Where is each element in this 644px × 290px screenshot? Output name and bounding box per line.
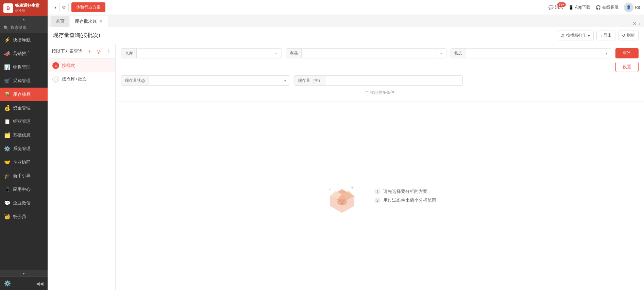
stock-qty-separator: — xyxy=(389,78,399,83)
query-btn[interactable]: 查询 xyxy=(615,48,639,58)
sidebar-item-marketing[interactable]: 📣 营销推广 xyxy=(0,47,48,60)
stock-status-dropdown-icon[interactable]: ▼ xyxy=(281,79,290,83)
sidebar-item-label: 营销推广 xyxy=(13,51,31,57)
svg-text:✦: ✦ xyxy=(328,188,331,192)
search-icon: 🔍 xyxy=(3,25,9,30)
empty-text-group: 1 请先选择要分析的方案 2 用过滤条件来缩小分析范围 xyxy=(374,188,436,203)
guide-icon: 🎓 xyxy=(4,173,10,179)
svg-text:✦: ✦ xyxy=(351,185,354,190)
empty-illustration: ✦ ✦ ✦ xyxy=(323,179,361,213)
status-dropdown-icon[interactable]: ▼ xyxy=(602,52,611,55)
tab-batch-account[interactable]: 库存批次账 ✕ xyxy=(70,16,108,27)
collapse-filters-btn[interactable]: ⌃ 收起更多条件 xyxy=(121,88,639,97)
sidebar-item-guide[interactable]: 🎓 新手引导 xyxy=(0,169,48,183)
user-area[interactable]: 👤 Rit xyxy=(624,3,640,12)
app-edition: 标准版 xyxy=(15,8,39,13)
messages-btn[interactable]: 💬 消息 99+ xyxy=(548,4,563,10)
app-download-label: App下载 xyxy=(575,4,590,10)
finance-icon: 💰 xyxy=(4,105,10,111)
panel-close-btn[interactable]: ✕ xyxy=(632,20,637,27)
gear-icon: ⚙ xyxy=(62,5,66,10)
inventory-icon: 📦 xyxy=(4,91,10,97)
sidebar-scroll-up[interactable]: ▲ xyxy=(0,16,48,22)
sidebar-item-label: 企业协同 xyxy=(13,159,31,165)
warehouse-filter-input[interactable] xyxy=(137,51,272,56)
sidebar-search[interactable]: 🔍 搜索菜单 xyxy=(0,22,48,33)
tab-home[interactable]: 首页 xyxy=(51,16,69,27)
headset-icon: 🎧 xyxy=(596,5,601,10)
stock-status-filter-input[interactable] xyxy=(149,78,281,83)
status-filter-input[interactable] xyxy=(466,51,602,56)
add-scheme-btn[interactable]: + xyxy=(86,48,94,55)
search-label: 搜索菜单 xyxy=(11,25,27,31)
svg-point-4 xyxy=(337,199,347,205)
topbar-gear-btn[interactable]: ⚙ xyxy=(59,3,69,12)
app-logo: B xyxy=(3,3,13,13)
main-area: ▾ ⚙ 体验行业方案 💬 消息 99+ 📱 App下载 🎧 在线客服 xyxy=(48,0,644,290)
setting-btn[interactable]: 设置 xyxy=(615,62,639,72)
settings-scheme-btn[interactable]: ◎ xyxy=(95,48,102,55)
stock-qty-to-input[interactable] xyxy=(399,78,462,83)
panel-chevron-btn[interactable]: › xyxy=(639,21,641,27)
sidebar-item-sales[interactable]: 📊 销售管理 xyxy=(0,60,48,74)
export-btn[interactable]: ↑ 导出 xyxy=(596,31,615,40)
sidebar-item-inventory[interactable]: 📦 库存核算 xyxy=(0,88,48,101)
sidebar-item-purchase[interactable]: 🛒 采购管理 xyxy=(0,74,48,88)
warehouse-more-btn[interactable]: ··· xyxy=(272,49,282,58)
topbar: ▾ ⚙ 体验行业方案 💬 消息 99+ 📱 App下载 🎧 在线客服 xyxy=(48,0,644,15)
scheme-inactive-icon: ◯ xyxy=(52,76,59,83)
print-label: 按模板打印 xyxy=(566,33,587,38)
sidebar-item-business[interactable]: 📋 经营管理 xyxy=(0,115,48,128)
settings-icon[interactable]: ⚙️ xyxy=(4,280,11,287)
product-more-btn[interactable]: ··· xyxy=(437,49,446,58)
message-icon: 💬 xyxy=(548,5,554,10)
scheme-by-warehouse-batch-label: 按仓库+批次 xyxy=(62,76,87,82)
export-label: 导出 xyxy=(604,33,612,38)
collapse-filters-label: 收起更多条件 xyxy=(370,90,394,95)
member-icon: 👑 xyxy=(4,214,10,220)
hint-num-1: 1 xyxy=(374,188,380,195)
trial-industry-btn[interactable]: 体验行业方案 xyxy=(71,2,105,12)
warehouse-batch-icon: ◯ xyxy=(54,77,58,81)
sidebar-item-basics[interactable]: 🗂️ 基础信息 xyxy=(0,128,48,142)
business-icon: 📋 xyxy=(4,119,10,125)
sidebar-item-member[interactable]: 👑 畅会员 xyxy=(0,210,48,223)
product-filter-input[interactable] xyxy=(302,51,437,56)
topbar-dropdown-btn[interactable]: ▾ xyxy=(54,5,56,10)
user-avatar: 👤 xyxy=(624,3,633,12)
scheme-by-warehouse-batch[interactable]: ◯ 按仓库+批次 xyxy=(48,72,115,86)
scheme-active-icon: ≡ xyxy=(52,62,59,69)
collapse-sidebar-btn[interactable]: ◀◀ xyxy=(36,281,44,286)
left-panel-title: 按以下方案查询 xyxy=(52,48,83,54)
content-body: 按以下方案查询 + ◎ 《 ≡ 按批次 ◯ 按仓库+批次 xyxy=(48,44,644,290)
sidebar-item-label: 采购管理 xyxy=(13,78,31,84)
scheme-by-batch[interactable]: ≡ 按批次 xyxy=(48,59,115,72)
sidebar-item-system[interactable]: ⚙️ 系统管理 xyxy=(0,142,48,156)
sidebar-item-quick-nav[interactable]: ⚡ 快捷导航 xyxy=(0,33,48,47)
sidebar-item-label: 库存核算 xyxy=(13,91,31,97)
sidebar-item-app-center[interactable]: 📱 应用中心 xyxy=(0,183,48,196)
sidebar-item-collab[interactable]: 🤝 企业协同 xyxy=(0,156,48,169)
collapse-panel-btn[interactable]: 《 xyxy=(104,48,111,55)
left-panel-header: 按以下方案查询 + ◎ 《 xyxy=(48,44,115,59)
refresh-btn[interactable]: ↺ 刷新 xyxy=(618,31,639,40)
svg-point-6 xyxy=(343,200,344,202)
sales-icon: 📊 xyxy=(4,64,10,70)
sidebar-scroll-down[interactable]: ▼ xyxy=(0,270,48,276)
stock-qty-from-input[interactable] xyxy=(326,78,389,83)
online-service-btn[interactable]: 🎧 在线客服 xyxy=(596,4,618,10)
tab-close-btn[interactable]: ✕ xyxy=(99,19,103,24)
app-title-group: 畅康通好生意 标准版 xyxy=(15,3,39,13)
batch-icon: ≡ xyxy=(55,64,57,68)
sidebar-item-label: 新手引导 xyxy=(13,173,31,179)
sidebar-item-finance[interactable]: 💰 资金管理 xyxy=(0,101,48,115)
print-icon: 🖨 xyxy=(561,33,565,38)
sidebar-item-wechat[interactable]: 💬 企业微信 xyxy=(0,196,48,210)
marketing-icon: 📣 xyxy=(4,51,10,57)
message-badge: 99+ xyxy=(557,2,566,7)
basics-icon: 🗂️ xyxy=(4,132,10,138)
print-template-btn[interactable]: 🖨 按模板打印 ▾ xyxy=(557,31,594,40)
app-download-btn[interactable]: 📱 App下载 xyxy=(569,4,590,10)
hint-num-2: 2 xyxy=(374,197,380,203)
phone-icon: 📱 xyxy=(569,5,574,10)
